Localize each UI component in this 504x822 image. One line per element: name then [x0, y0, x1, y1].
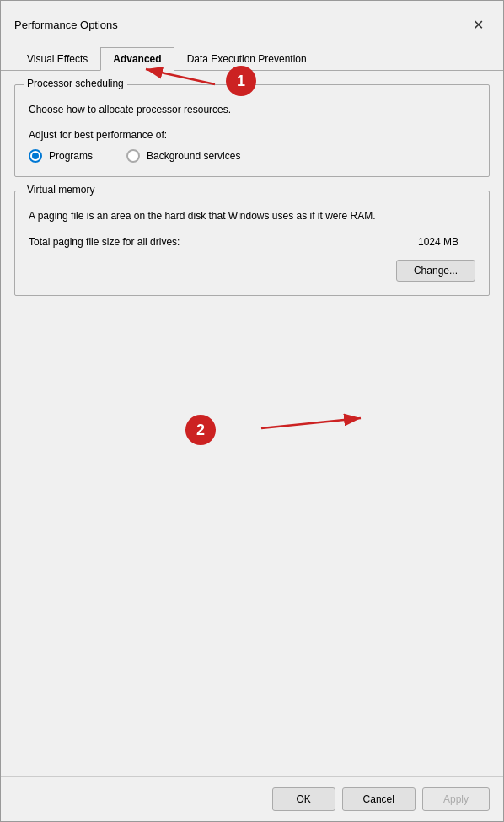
processor-scheduling-section: Processor scheduling Choose how to alloc…	[14, 84, 490, 177]
ok-button[interactable]: OK	[272, 787, 335, 811]
radio-background-label: Background services	[147, 150, 240, 162]
title-bar: Performance Options ✕	[1, 1, 503, 36]
paging-label: Total paging file size for all drives:	[29, 236, 180, 248]
paging-row: Total paging file size for all drives: 1…	[29, 236, 475, 248]
processor-scheduling-title: Processor scheduling	[24, 78, 127, 89]
paging-value: 1024 MB	[418, 236, 458, 248]
bottom-bar: OK Cancel Apply	[1, 776, 503, 821]
content-spacer	[14, 309, 490, 763]
virtual-memory-section: Virtual memory A paging file is an area …	[14, 191, 490, 296]
close-button[interactable]: ✕	[466, 13, 490, 36]
radio-group: Programs Background services	[29, 149, 475, 163]
radio-programs[interactable]: Programs	[29, 149, 93, 163]
cancel-button[interactable]: Cancel	[342, 787, 416, 811]
adjust-label: Adjust for best performance of:	[29, 129, 475, 141]
tab-advanced[interactable]: Advanced	[100, 47, 174, 71]
content-area: Processor scheduling Choose how to alloc…	[1, 71, 503, 776]
radio-background-circle	[126, 149, 140, 163]
apply-button[interactable]: Apply	[422, 787, 490, 811]
radio-background[interactable]: Background services	[126, 149, 240, 163]
dialog-title: Performance Options	[14, 19, 118, 31]
close-icon: ✕	[473, 17, 484, 33]
change-button[interactable]: Change...	[396, 260, 475, 282]
processor-scheduling-description: Choose how to allocate processor resourc…	[29, 102, 475, 117]
virtual-memory-title: Virtual memory	[24, 184, 98, 196]
tab-visual-effects[interactable]: Visual Effects	[14, 47, 100, 71]
annotation-1: 1	[226, 66, 256, 96]
annotation-2: 2	[185, 415, 216, 445]
tab-bar: Visual Effects Advanced Data Execution P…	[1, 40, 503, 71]
radio-programs-inner	[32, 153, 39, 159]
virtual-memory-description: A paging file is an area on the hard dis…	[29, 208, 475, 224]
radio-programs-circle	[29, 149, 42, 163]
radio-programs-label: Programs	[49, 150, 93, 162]
